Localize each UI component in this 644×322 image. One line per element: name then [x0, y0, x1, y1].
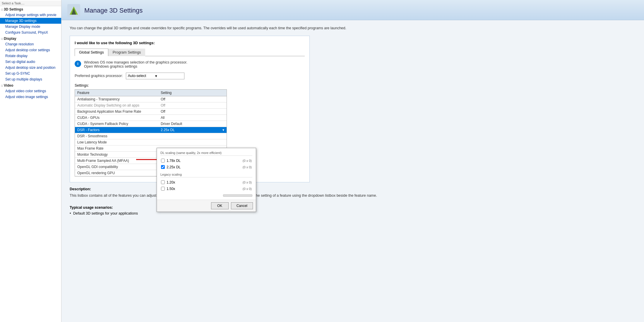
table-row[interactable]: DSR - Factors2.25x DL▾ [75, 127, 227, 133]
sidebar-item-configure-surround[interactable]: Configure Surround, PhysX [0, 30, 61, 35]
table-row[interactable]: Automatic Display Switching on all appsO… [75, 102, 227, 108]
popup-item-dl-225[interactable]: 2.25x DL(0 x 0) [160, 164, 252, 170]
typical-label: Typical usage scenarios: [70, 205, 636, 210]
legacy-section-label: Legacy scaling [160, 173, 252, 177]
sidebar-item-adjust-video-image[interactable]: Adjust video image settings [0, 94, 61, 100]
sidebar-item-set-up-gsync[interactable]: Set up G-SYNC [0, 71, 61, 76]
content-area: You can change the global 3D settings an… [61, 20, 644, 222]
settings-panel: I would like to use the following 3D set… [70, 36, 310, 182]
popup-item-coords: (0 x 0) [243, 187, 252, 191]
popup-item-label: 1.20x [167, 180, 175, 184]
setting-cell: Driver Default [158, 121, 227, 127]
setting-cell: Off [158, 108, 227, 114]
sidebar-item-adjust-desktop-color[interactable]: Adjust desktop color settings [0, 47, 61, 53]
info-icon: i [75, 61, 81, 67]
checkbox-dl-225[interactable] [161, 165, 165, 169]
table-row[interactable]: Background Application Max Frame RateOff [75, 108, 227, 114]
page-header: Manage 3D Settings [61, 0, 644, 20]
setting-cell: Off [158, 96, 227, 102]
nvidia-icon [67, 4, 80, 17]
main-content: Manage 3D Settings You can change the gl… [61, 0, 644, 322]
feature-cell: Antialiasing - Transparency [75, 96, 158, 102]
checkbox-leg-150[interactable] [161, 187, 165, 191]
label-leg-150: 1.50x(0 x 0) [161, 187, 252, 191]
label-dl-178: 1.78x DL(0 x 0) [161, 159, 252, 163]
sidebar: Select a Task.... 3D SettingsAdjust imag… [0, 0, 61, 322]
description-text: This listbox contains all of the feature… [70, 193, 636, 198]
dsr-popup: DL scaling (same quality, 2x more effici… [157, 148, 256, 212]
setting-cell: 2.25x DL▾ [158, 127, 227, 133]
popup-item-label: 1.78x DL [167, 159, 181, 163]
sidebar-item-manage-display[interactable]: Manage Display mode [0, 24, 61, 30]
feature-cell: Background Application Max Frame Rate [75, 108, 158, 114]
sidebar-item-change-resolution[interactable]: Change resolution [0, 41, 61, 47]
popup-buttons: OK Cancel [157, 200, 256, 212]
popup-content: DL scaling (same quality, 2x more effici… [157, 148, 256, 200]
sidebar-groups: 3D SettingsAdjust image settings with pr… [0, 6, 61, 100]
settings-label: Settings: [75, 83, 305, 88]
feature-cell: DSR - Smoothness [75, 133, 158, 139]
feature-cell: CUDA - GPUs [75, 114, 158, 121]
task-select-label: Select a Task.... [0, 1, 61, 6]
table-row[interactable]: CUDA - Sysmem Fallback PolicyDriver Defa… [75, 121, 227, 127]
preferred-select[interactable]: Auto-select ▾ [126, 73, 184, 79]
feature-cell: Low Latency Mode [75, 139, 158, 145]
dl-items: 1.78x DL(0 x 0)2.25x DL(0 x 0) [160, 157, 252, 170]
typical-item: Default 3D settings for your application… [70, 211, 636, 215]
typical-usage-section: Typical usage scenarios: Default 3D sett… [70, 205, 636, 215]
legacy-items: 1.20x(0 x 0)1.50x(0 x 0) [160, 179, 252, 192]
popup-item-label: 1.50x [167, 187, 175, 191]
popup-item-coords: (0 x 0) [243, 165, 252, 169]
info-line1: Windows OS now manages selection of the … [84, 60, 187, 64]
dl-section-label: DL scaling (same quality, 2x more effici… [160, 151, 252, 156]
preferred-value: Auto-select [128, 74, 155, 78]
sidebar-group-3d-settings: 3D Settings [0, 6, 61, 12]
popup-scrollbar[interactable] [223, 194, 252, 197]
popup-item-dl-178[interactable]: 1.78x DL(0 x 0) [160, 157, 252, 164]
page-title: Manage 3D Settings [84, 7, 143, 14]
setting-cell [158, 133, 227, 139]
checkbox-dl-178[interactable] [161, 159, 165, 162]
table-row[interactable]: Low Latency Mode [75, 139, 227, 145]
feature-cell: CUDA - Sysmem Fallback Policy [75, 121, 158, 127]
col-feature: Feature [75, 90, 158, 96]
preferred-row: Preferred graphics processor: Auto-selec… [75, 73, 305, 79]
feature-cell: Monitor Technology [75, 151, 158, 157]
info-box: i Windows OS now manages selection of th… [75, 60, 305, 68]
setting-cell: All [158, 114, 227, 121]
sidebar-group-video: Video [0, 82, 61, 88]
feature-cell: OpenGL rendering GPU [75, 170, 158, 176]
popup-item-leg-120[interactable]: 1.20x(0 x 0) [160, 179, 252, 186]
popup-item-label: 2.25x DL [167, 165, 181, 169]
table-row[interactable]: Antialiasing - TransparencyOff [75, 96, 227, 102]
sidebar-item-adjust-image[interactable]: Adjust image settings with previe [0, 12, 61, 18]
sidebar-item-adjust-desktop-size[interactable]: Adjust desktop size and position [0, 65, 61, 71]
sidebar-item-adjust-video-color[interactable]: Adjust video color settings [0, 88, 61, 94]
sidebar-item-rotate-display[interactable]: Rotate display [0, 53, 61, 59]
windows-graphics-link[interactable]: Open Windows graphics settings [84, 64, 137, 68]
checkbox-leg-120[interactable] [161, 180, 165, 184]
cancel-button[interactable]: Cancel [231, 202, 253, 209]
feature-cell: Automatic Display Switching on all apps [75, 102, 158, 108]
table-popup-area: Feature Setting Antialiasing - Transpare… [75, 89, 305, 177]
feature-cell: OpenGL GDI compatibility [75, 164, 158, 170]
settings-title: I would like to use the following 3D set… [75, 41, 305, 45]
description-label: Description: [70, 187, 636, 191]
intro-text: You can change the global 3D settings an… [70, 25, 636, 31]
dropdown-chevron-icon: ▾ [155, 74, 182, 78]
sidebar-item-set-up-digital-audio[interactable]: Set up digital audio [0, 59, 61, 65]
tab-global[interactable]: Global Settings [75, 49, 108, 56]
ok-button[interactable]: OK [211, 202, 229, 209]
popup-item-leg-150[interactable]: 1.50x(0 x 0) [160, 186, 252, 192]
setting-cell [158, 139, 227, 145]
label-leg-120: 1.20x(0 x 0) [161, 180, 252, 184]
info-text: Windows OS now manages selection of the … [84, 60, 187, 68]
sidebar-item-set-up-multiple[interactable]: Set up multiple displays [0, 76, 61, 82]
preferred-label: Preferred graphics processor: [75, 74, 123, 78]
table-row[interactable]: CUDA - GPUsAll [75, 114, 227, 121]
feature-cell: Max Frame Rate [75, 145, 158, 151]
tab-program[interactable]: Program Settings [108, 49, 145, 56]
feature-cell: Multi-Frame Sampled AA (MFAA) [75, 157, 158, 164]
table-row[interactable]: DSR - Smoothness [75, 133, 227, 139]
sidebar-item-manage-3d[interactable]: Manage 3D settings [0, 18, 61, 24]
